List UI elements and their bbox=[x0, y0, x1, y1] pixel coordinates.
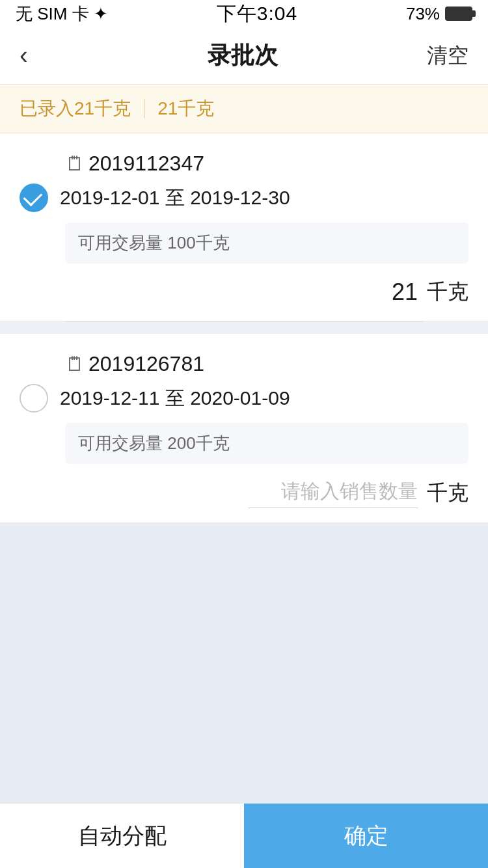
batch-item-1: 🗒 2019112347 2019-12-01 至 2019-12-30 可用交… bbox=[0, 133, 488, 321]
batch-id-text-1: 2019112347 bbox=[88, 152, 204, 176]
summary-label: 已录入21千克 bbox=[20, 96, 131, 121]
input-placeholder-2: 请输入销售数量 bbox=[281, 478, 418, 505]
summary-divider bbox=[144, 99, 144, 118]
input-line-2 bbox=[249, 508, 418, 508]
batch-date-text-1: 2019-12-01 至 2019-12-30 bbox=[60, 185, 290, 211]
batch-id-icon-1: 🗒 bbox=[65, 153, 85, 175]
summary-bar: 已录入21千克 21千克 bbox=[0, 85, 488, 133]
battery-percent: 73% bbox=[406, 4, 440, 24]
batch-id-text-2: 2019126781 bbox=[88, 352, 204, 376]
batch-date-row-2[interactable]: 2019-12-11 至 2020-01-09 bbox=[20, 384, 468, 413]
status-time: 下午3:04 bbox=[217, 1, 297, 27]
radio-2[interactable] bbox=[20, 384, 48, 413]
quantity-unit-1: 千克 bbox=[427, 278, 468, 306]
batch-id-icon-2: 🗒 bbox=[65, 353, 85, 375]
auto-distribute-button[interactable]: 自动分配 bbox=[0, 804, 244, 868]
bottom-bar: 自动分配 确定 bbox=[0, 803, 488, 868]
section-gap bbox=[0, 322, 488, 334]
batch-item-2: 🗒 2019126781 2019-12-11 至 2020-01-09 可用交… bbox=[0, 334, 488, 523]
clear-button[interactable]: 清空 bbox=[427, 42, 468, 70]
batch-id-row-1: 🗒 2019112347 bbox=[65, 152, 468, 176]
nav-bar: ‹ 录批次 清空 bbox=[0, 27, 488, 85]
batch-id-row-2: 🗒 2019126781 bbox=[65, 352, 468, 376]
confirm-button[interactable]: 确定 bbox=[244, 804, 488, 868]
input-row-2: 请输入销售数量 千克 bbox=[0, 464, 488, 523]
radio-1[interactable] bbox=[20, 183, 48, 212]
batch-date-row-1[interactable]: 2019-12-01 至 2019-12-30 bbox=[20, 183, 468, 212]
gray-area bbox=[0, 523, 488, 803]
batch-available-2: 可用交易量 200千克 bbox=[65, 423, 468, 464]
quantity-value-1: 21 bbox=[392, 278, 418, 306]
page-title: 录批次 bbox=[208, 40, 278, 72]
input-unit-2: 千克 bbox=[427, 479, 468, 508]
batch-available-1: 可用交易量 100千克 bbox=[65, 223, 468, 264]
sim-label: 无 SIM 卡 ✦ bbox=[16, 3, 108, 25]
status-left: 无 SIM 卡 ✦ bbox=[16, 3, 108, 25]
summary-value: 21千克 bbox=[157, 96, 214, 121]
batch-date-text-2: 2019-12-11 至 2020-01-09 bbox=[60, 385, 290, 412]
battery-icon bbox=[445, 7, 472, 21]
status-right: 73% bbox=[406, 4, 472, 24]
input-container-2: 请输入销售数量 bbox=[20, 478, 418, 508]
back-button[interactable]: ‹ bbox=[20, 42, 59, 70]
quantity-row-1: 21 千克 bbox=[0, 264, 488, 321]
status-bar: 无 SIM 卡 ✦ 下午3:04 73% bbox=[0, 0, 488, 27]
